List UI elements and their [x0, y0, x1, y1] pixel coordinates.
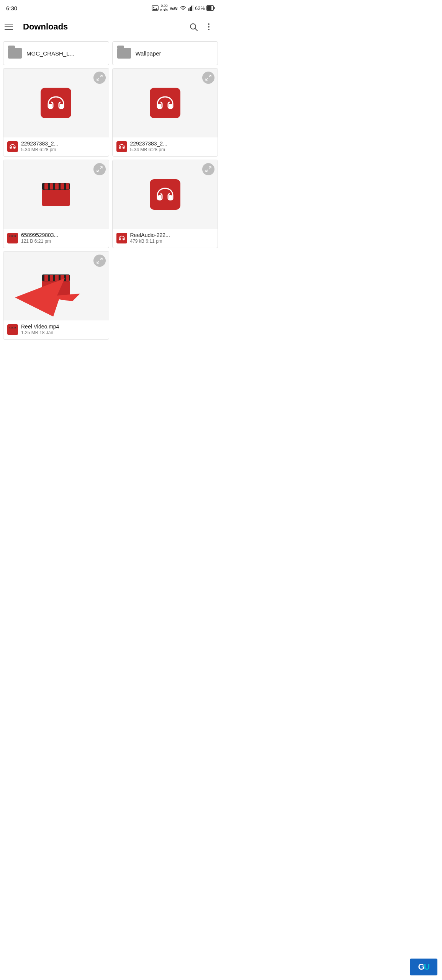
svg-rect-27: [123, 147, 124, 148]
svg-rect-53: [44, 275, 48, 281]
file-item-2[interactable]: 65899529803... 121 B 6:21 pm: [3, 160, 109, 248]
file-size-date: 5.34 MB 6:28 pm: [130, 147, 214, 152]
svg-rect-5: [190, 7, 191, 11]
file-item-1[interactable]: 229237383_2... 5.34 MB 6:28 pm: [112, 68, 218, 157]
file-info: 229237383_2... 5.34 MB 6:28 pm: [113, 137, 218, 156]
file-name: 65899529803...: [21, 232, 105, 238]
expand-button[interactable]: [93, 255, 106, 267]
file-name: 229237383_2...: [21, 140, 105, 147]
svg-rect-54: [50, 275, 53, 281]
svg-point-15: [208, 29, 210, 30]
file-type-icon: [7, 233, 18, 243]
file-preview: [3, 160, 109, 229]
file-info: ReelAudio-222... 479 kB 6:11 pm: [113, 229, 218, 248]
file-preview: [113, 160, 218, 229]
expand-button[interactable]: [93, 72, 106, 84]
file-preview: [3, 69, 109, 137]
network-speed: 0.90KB/S: [160, 4, 168, 12]
file-grid: MGC_CRASH_L... Wallpaper: [0, 38, 221, 343]
file-preview: [3, 252, 109, 320]
battery-level: 62%: [195, 5, 205, 11]
svg-rect-32: [44, 183, 48, 189]
file-meta: 65899529803... 121 B 6:21 pm: [21, 232, 105, 244]
more-vertical-icon: [204, 22, 213, 31]
file-meta: Reel Video.mp4 1.25 MB 18 Jan: [21, 323, 105, 335]
file-type-icon: [7, 324, 18, 335]
file-name: 229237383_2...: [130, 140, 214, 147]
svg-rect-30: [42, 189, 70, 206]
svg-rect-6: [191, 6, 192, 11]
file-meta: ReelAudio-222... 479 kB 6:11 pm: [130, 232, 214, 244]
folder-icon: [117, 48, 131, 59]
expand-button[interactable]: [93, 163, 106, 175]
file-item-0[interactable]: 229237383_2... 5.34 MB 6:28 pm: [3, 68, 109, 157]
svg-rect-42: [15, 235, 16, 237]
svg-rect-36: [66, 183, 69, 189]
file-info: 65899529803... 121 B 6:21 pm: [3, 229, 109, 248]
search-button[interactable]: [186, 19, 201, 34]
video-file-icon: [41, 181, 71, 207]
svg-rect-34: [55, 183, 59, 189]
svg-rect-48: [123, 238, 124, 240]
file-type-icon: [7, 141, 18, 152]
audio-file-icon: [150, 88, 180, 118]
folder-name-mgc: MGC_CRASH_L...: [26, 50, 74, 57]
status-icons: 0.90KB/S Vo WiFi 62%: [152, 4, 215, 12]
hamburger-button[interactable]: [5, 20, 18, 34]
svg-rect-61: [10, 327, 11, 328]
vowifi-icon: Vo WiFi: [170, 5, 178, 11]
svg-rect-19: [60, 104, 63, 108]
svg-rect-37: [10, 237, 16, 240]
svg-rect-26: [119, 147, 120, 148]
expand-button[interactable]: [202, 72, 214, 84]
svg-rect-40: [11, 235, 13, 237]
svg-text:WiFi: WiFi: [174, 7, 178, 11]
folder-icon: [8, 48, 22, 59]
file-meta: 229237383_2... 5.34 MB 6:28 pm: [130, 140, 214, 152]
svg-rect-35: [61, 183, 64, 189]
file-type-icon: [116, 141, 127, 152]
svg-rect-33: [50, 183, 53, 189]
audio-file-icon: [150, 179, 180, 210]
svg-rect-39: [10, 235, 11, 237]
svg-rect-47: [119, 238, 120, 240]
audio-file-icon: [41, 88, 71, 118]
file-size-date: 479 kB 6:11 pm: [130, 238, 214, 244]
search-icon: [189, 22, 198, 31]
svg-rect-51: [42, 281, 70, 297]
file-meta: 229237383_2... 5.34 MB 6:28 pm: [21, 140, 105, 152]
page-title: Downloads: [23, 22, 186, 32]
svg-rect-41: [13, 235, 14, 237]
svg-rect-20: [10, 147, 11, 148]
file-size-date: 5.34 MB 6:28 pm: [21, 147, 105, 152]
svg-rect-7: [192, 5, 193, 11]
svg-rect-59: [10, 328, 16, 332]
folder-item-mgc[interactable]: MGC_CRASH_L...: [3, 41, 109, 65]
file-item-3[interactable]: ReelAudio-222... 479 kB 6:11 pm: [112, 160, 218, 248]
more-options-button[interactable]: [201, 19, 216, 34]
svg-rect-4: [188, 8, 190, 11]
svg-rect-56: [61, 275, 64, 281]
status-time: 6:30: [6, 5, 17, 11]
svg-rect-18: [49, 104, 52, 108]
expand-button[interactable]: [202, 163, 214, 175]
svg-point-1: [153, 7, 154, 8]
svg-line-12: [195, 28, 198, 31]
status-bar: 6:30 0.90KB/S Vo WiFi 62%: [0, 0, 221, 15]
svg-rect-62: [11, 327, 13, 328]
file-item-4[interactable]: Reel Video.mp4 1.25 MB 18 Jan: [3, 251, 109, 340]
svg-rect-25: [169, 104, 172, 108]
svg-rect-63: [13, 327, 14, 328]
file-preview: [113, 69, 218, 137]
svg-point-13: [208, 23, 210, 25]
video-file-icon: [41, 273, 71, 299]
svg-rect-46: [169, 195, 172, 200]
svg-rect-21: [14, 147, 15, 148]
file-type-icon: [116, 233, 127, 243]
svg-rect-24: [158, 104, 161, 108]
file-info: 229237383_2... 5.34 MB 6:28 pm: [3, 137, 109, 156]
folder-item-wallpaper[interactable]: Wallpaper: [112, 41, 218, 65]
file-name: ReelAudio-222...: [130, 232, 214, 238]
svg-rect-10: [214, 7, 215, 9]
svg-rect-55: [55, 275, 59, 281]
